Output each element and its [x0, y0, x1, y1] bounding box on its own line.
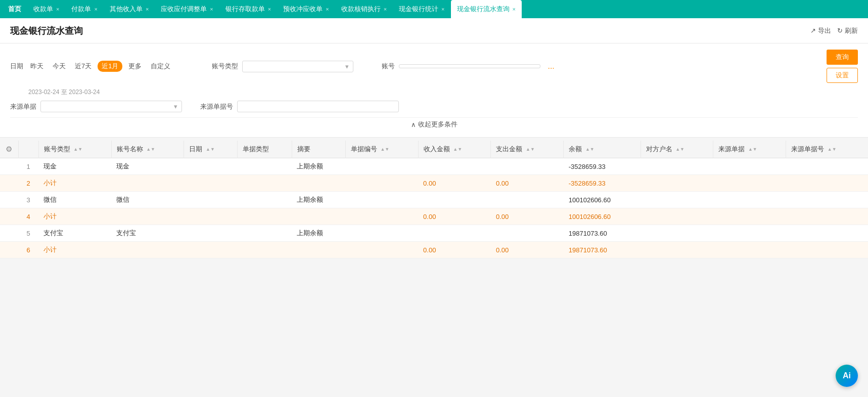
cell-source-voucher	[713, 192, 786, 208]
cell-voucher-type	[237, 175, 292, 192]
col-date[interactable]: 日期 ▲▼	[184, 141, 237, 158]
col-summary: 摘要	[292, 141, 345, 158]
close-icon[interactable]: ×	[94, 6, 97, 12]
cell-counterparty	[641, 192, 713, 208]
close-icon[interactable]: ×	[441, 6, 444, 12]
cell-summary: 上期余额	[292, 225, 345, 242]
cell-account-name: 微信	[111, 192, 184, 208]
nav-tab-home[interactable]: 首页	[2, 0, 27, 18]
cell-expense	[491, 192, 564, 208]
close-icon[interactable]: ×	[210, 6, 213, 12]
cell-voucher-type	[237, 242, 292, 258]
cell-gear	[0, 175, 18, 192]
nav-tab-cash-bank-stat[interactable]: 现金银行统计 ×	[393, 0, 450, 18]
close-icon[interactable]: ×	[56, 6, 59, 12]
cell-income: 0.00	[418, 208, 491, 225]
cell-expense	[491, 158, 564, 175]
col-account-type[interactable]: 账号类型 ▲▼	[38, 141, 111, 158]
shortcut-custom[interactable]: 自定义	[148, 61, 173, 72]
nav-tab-receipt[interactable]: 收款单 ×	[27, 0, 65, 18]
col-income[interactable]: 收入金额 ▲▼	[418, 141, 491, 158]
close-icon[interactable]: ×	[268, 6, 271, 12]
account-no-input[interactable]	[399, 64, 540, 68]
page-title: 现金银行流水查询	[10, 25, 83, 37]
source-voucher-no-input[interactable]	[237, 101, 399, 112]
account-type-label: 账号类型	[212, 62, 238, 71]
cell-account-name	[111, 175, 184, 192]
sort-icon: ▲▼	[526, 147, 535, 152]
cell-date	[184, 192, 237, 208]
cell-date	[184, 175, 237, 192]
sort-icon: ▲▼	[675, 147, 684, 152]
cell-summary	[292, 208, 345, 225]
cell-source-voucher	[713, 225, 786, 242]
shortcut-7days[interactable]: 近7天	[72, 61, 95, 72]
col-voucher-no[interactable]: 单据编号 ▲▼	[345, 141, 418, 158]
collapse-button[interactable]: ∧ 收起更多条件	[10, 117, 858, 131]
close-icon[interactable]: ×	[146, 6, 149, 12]
close-icon[interactable]: ×	[384, 6, 387, 12]
cell-balance: -3528659.33	[564, 158, 641, 175]
cell-seq: 4	[18, 208, 38, 225]
shortcut-today[interactable]: 今天	[50, 61, 69, 72]
cell-account-type: 现金	[38, 158, 111, 175]
sort-icon: ▲▼	[453, 147, 462, 152]
cell-source-voucher-no	[786, 225, 868, 242]
cell-balance: -3528659.33	[564, 175, 641, 192]
shortcut-1month[interactable]: 近1月	[98, 61, 122, 72]
filter-row-2: 来源单据 ▾ 来源单据号	[10, 101, 858, 112]
cell-income	[418, 225, 491, 242]
col-gear[interactable]: ⚙	[0, 141, 18, 158]
cell-income	[418, 192, 491, 208]
cell-voucher-no	[345, 242, 418, 258]
cell-date	[184, 158, 237, 175]
table-area: ⚙ 账号类型 ▲▼ 账号名称 ▲▼ 日期 ▲▼ 单据类型	[0, 141, 868, 258]
close-icon[interactable]: ×	[513, 6, 516, 12]
table-row: 3微信微信上期余额100102606.60	[0, 192, 868, 208]
shortcut-yesterday[interactable]: 昨天	[27, 61, 47, 72]
cell-summary: 上期余额	[292, 158, 345, 175]
sort-icon: ▲▼	[828, 147, 837, 152]
dots-button[interactable]: ...	[544, 62, 557, 71]
source-voucher-filter: 来源单据 ▾	[10, 101, 182, 112]
col-voucher-type: 单据类型	[237, 141, 292, 158]
nav-tab-ar-ap-adjust[interactable]: 应收应付调整单 ×	[155, 0, 219, 18]
sort-icon: ▲▼	[73, 147, 82, 152]
col-account-name[interactable]: 账号名称 ▲▼	[111, 141, 184, 158]
cell-date	[184, 242, 237, 258]
export-button[interactable]: ↗ 导出	[810, 26, 831, 35]
chevron-down-icon: ▾	[174, 103, 177, 110]
refresh-button[interactable]: ↻ 刷新	[837, 26, 858, 35]
date-shortcuts: 昨天 今天 近7天 近1月 更多 自定义	[27, 61, 173, 72]
nav-tab-writeoff[interactable]: 收款核销执行 ×	[335, 0, 393, 18]
close-icon[interactable]: ×	[326, 6, 329, 12]
col-counterparty[interactable]: 对方户名 ▲▼	[641, 141, 713, 158]
table-row: 1现金现金上期余额-3528659.33	[0, 158, 868, 175]
cell-summary: 上期余额	[292, 192, 345, 208]
shortcut-more[interactable]: 更多	[125, 61, 145, 72]
col-expense[interactable]: 支出金额 ▲▼	[491, 141, 564, 158]
top-nav: 首页 收款单 × 付款单 × 其他收入单 × 应收应付调整单 × 银行存取款单 …	[0, 0, 868, 18]
cell-account-name: 现金	[111, 158, 184, 175]
nav-tab-bank-deposit[interactable]: 银行存取款单 ×	[219, 0, 277, 18]
cell-seq: 2	[18, 175, 38, 192]
source-voucher-select[interactable]: ▾	[40, 101, 182, 112]
account-label: 账号	[382, 62, 395, 71]
col-source-voucher-no[interactable]: 来源单据号 ▲▼	[786, 141, 868, 158]
nav-tab-prepay-offset[interactable]: 预收冲应收单 ×	[277, 0, 335, 18]
nav-tab-payment[interactable]: 付款单 ×	[65, 0, 103, 18]
col-source-voucher[interactable]: 来源单据 ▲▼	[713, 141, 786, 158]
settings-button[interactable]: 设置	[827, 68, 858, 83]
account-type-select[interactable]: ▾	[242, 61, 353, 72]
cell-voucher-type	[237, 158, 292, 175]
query-button[interactable]: 查询	[827, 50, 858, 65]
nav-tab-cash-flow-query[interactable]: 现金银行流水查询 ×	[451, 0, 522, 18]
cell-source-voucher	[713, 158, 786, 175]
sort-icon: ▲▼	[146, 147, 155, 152]
nav-tab-other-income[interactable]: 其他收入单 ×	[104, 0, 155, 18]
cell-counterparty	[641, 208, 713, 225]
col-balance[interactable]: 余额 ▲▼	[564, 141, 641, 158]
gear-icon[interactable]: ⚙	[6, 145, 12, 153]
table-row: 4小计0.000.00100102606.60	[0, 208, 868, 225]
action-buttons: 查询 设置	[827, 50, 858, 83]
